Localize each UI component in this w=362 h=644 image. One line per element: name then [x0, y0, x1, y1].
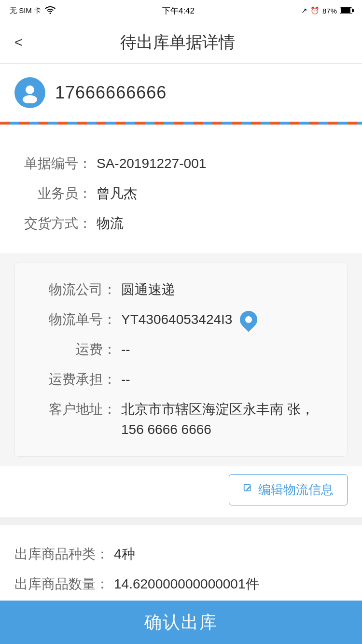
order-no-value: SA-20191227-001: [92, 154, 348, 174]
section-divider: [0, 517, 362, 525]
battery-percent: 87%: [322, 7, 337, 15]
avatar: [14, 77, 45, 108]
dashed-separator: [0, 122, 362, 125]
svg-point-0: [26, 85, 34, 94]
delivery-method-row: 交货方式： 物流: [14, 209, 348, 238]
logistics-tracking-value: YT43064053424I3: [116, 309, 333, 330]
edit-btn-row: 编辑物流信息: [0, 466, 362, 517]
product-quantity-value: 14.620000000000001件: [109, 574, 348, 594]
basic-info-section: 单据编号： SA-20191227-001 业务员： 曾凡杰 交货方式： 物流: [0, 134, 362, 253]
page-title: 待出库单据详情: [27, 31, 328, 54]
logistics-tracking-label: 物流单号：: [29, 309, 116, 330]
nav-bar: < 待出库单据详情: [0, 21, 362, 64]
status-bar: 无 SIM 卡 下午4:42 ↗ ⏰ 87%: [0, 0, 362, 21]
logistics-freight-bear-label: 运费承担：: [29, 369, 116, 390]
edit-icon: [243, 482, 253, 497]
edit-btn-label: 编辑物流信息: [258, 481, 334, 498]
product-types-value: 4种: [109, 544, 348, 564]
logistics-company-row: 物流公司： 圆通速递: [29, 275, 333, 305]
logistics-company-label: 物流公司：: [29, 280, 116, 300]
logistics-company-value: 圆通速递: [116, 280, 333, 300]
salesman-row: 业务员： 曾凡杰: [14, 179, 348, 209]
location-pin-icon[interactable]: [237, 308, 261, 332]
delivery-method-value: 物流: [92, 213, 348, 234]
location-icon: ↗: [301, 6, 307, 15]
logistics-freight-value: --: [116, 339, 333, 360]
battery-icon: [340, 7, 352, 14]
logistics-freight-bear-value: --: [116, 369, 333, 390]
logistics-address-value: 北京市市辖区海淀区永丰南 张，156 6666 6666: [116, 399, 333, 440]
logistics-freight-row: 运费： --: [29, 335, 333, 364]
edit-logistics-button[interactable]: 编辑物流信息: [229, 474, 348, 505]
top-section: 17666666666 单据编号： SA-20191227-001 业务员： 曾…: [0, 64, 362, 253]
confirm-btn-label: 确认出库: [144, 611, 218, 634]
back-button[interactable]: <: [14, 30, 27, 55]
user-phone: 17666666666: [55, 83, 167, 103]
logistics-freight-bear-row: 运费承担： --: [29, 364, 333, 394]
logistics-tracking-row: 物流单号： YT43064053424I3: [29, 305, 333, 335]
main-content: 17666666666 单据编号： SA-20191227-001 业务员： 曾…: [0, 64, 362, 644]
logistics-freight-label: 运费：: [29, 339, 116, 360]
logistics-card: 物流公司： 圆通速递 物流单号： YT43064053424I3 运费： -- …: [14, 263, 348, 457]
wifi-icon: [45, 6, 56, 15]
product-quantity-row: 出库商品数量： 14.620000000000001件: [14, 569, 348, 599]
logistics-address-row: 客户地址： 北京市市辖区海淀区永丰南 张，156 6666 6666: [29, 394, 333, 445]
user-row: 17666666666: [0, 64, 362, 122]
salesman-value: 曾凡杰: [92, 183, 348, 204]
status-right: ↗ ⏰ 87%: [301, 6, 352, 15]
product-quantity-label: 出库商品数量：: [14, 574, 109, 594]
delivery-method-label: 交货方式：: [14, 213, 92, 234]
alarm-icon: ⏰: [310, 6, 320, 15]
order-no-label: 单据编号：: [14, 154, 92, 174]
status-left: 无 SIM 卡: [10, 6, 56, 15]
product-types-label: 出库商品种类：: [14, 544, 109, 564]
confirm-btn-container[interactable]: 确认出库: [0, 601, 362, 644]
order-no-row: 单据编号： SA-20191227-001: [14, 149, 348, 179]
status-time: 下午4:42: [162, 5, 195, 16]
svg-point-1: [23, 95, 37, 103]
logistics-address-label: 客户地址：: [29, 399, 116, 420]
product-types-row: 出库商品种类： 4种: [14, 539, 348, 569]
carrier-text: 无 SIM 卡: [10, 6, 41, 15]
salesman-label: 业务员：: [14, 183, 92, 204]
